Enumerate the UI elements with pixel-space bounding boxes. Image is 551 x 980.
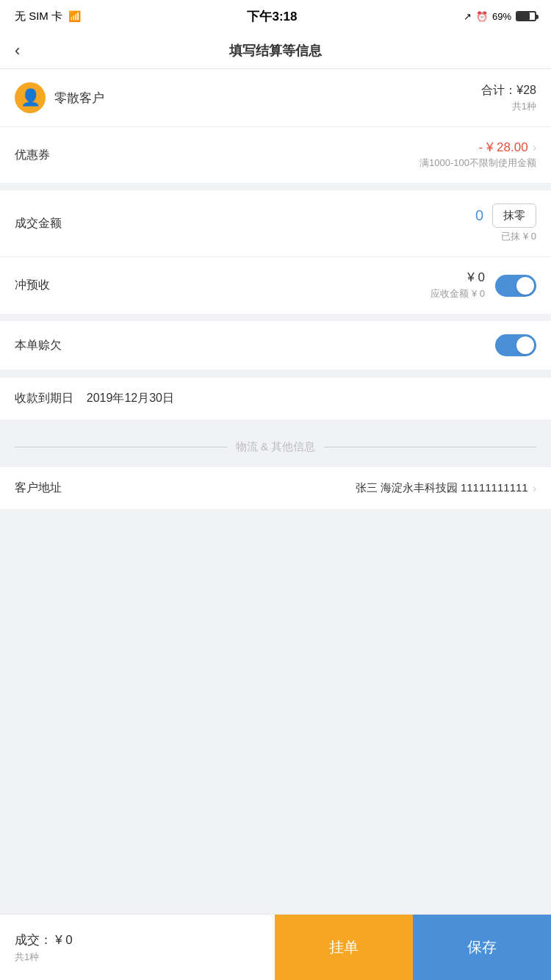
logistics-section: 物流 & 其他信息 bbox=[0, 427, 551, 467]
save-button[interactable]: 保存 bbox=[413, 915, 551, 980]
address-label: 客户地址 bbox=[15, 480, 62, 496]
prepay-receivable: 应收金额 ¥ 0 bbox=[431, 287, 485, 300]
bottom-bar: 成交： ¥ 0 共1种 挂单 保存 bbox=[0, 914, 551, 980]
hang-button[interactable]: 挂单 bbox=[275, 915, 413, 980]
due-date-row: 收款到期日 2019年12月30日 bbox=[0, 377, 551, 419]
chevron-right-icon: › bbox=[533, 141, 536, 154]
transaction-value: 0 bbox=[475, 207, 483, 224]
prepay-amount: ¥ 0 bbox=[431, 270, 485, 285]
debt-toggle[interactable] bbox=[495, 334, 536, 356]
prepay-row: 冲预收 ¥ 0 应收金额 ¥ 0 bbox=[0, 257, 551, 314]
total-amount: 合计：¥28 bbox=[481, 83, 536, 98]
bottom-deal: 成交： ¥ 0 bbox=[15, 932, 260, 948]
transaction-row: 成交金额 0 抹零 已抹 ¥ 0 bbox=[0, 190, 551, 257]
transaction-section: 成交金额 0 抹零 已抹 ¥ 0 冲预收 ¥ 0 应收金额 ¥ 0 bbox=[0, 190, 551, 314]
logistics-label: 物流 & 其他信息 bbox=[236, 440, 315, 454]
customer-right: 合计：¥28 共1种 bbox=[481, 83, 536, 113]
debt-section: 本单赊欠 bbox=[0, 321, 551, 370]
logistics-divider: 物流 & 其他信息 bbox=[15, 440, 536, 454]
total-count: 共1种 bbox=[481, 100, 536, 113]
due-date-label: 收款到期日 bbox=[15, 392, 73, 404]
battery-fill bbox=[517, 12, 530, 20]
alarm-icon: ⏰ bbox=[476, 11, 488, 22]
status-left: 无 SIM 卡 📶 bbox=[15, 10, 81, 24]
prepay-toggle[interactable] bbox=[495, 275, 536, 297]
debt-label: 本单赊欠 bbox=[15, 338, 62, 353]
coupon-label: 优惠券 bbox=[15, 148, 50, 163]
round-zero-button[interactable]: 抹零 bbox=[492, 203, 536, 228]
page-title: 填写结算等信息 bbox=[229, 42, 322, 60]
battery-percent: 69% bbox=[492, 11, 511, 22]
customer-left: 👤 零散客户 bbox=[15, 82, 104, 113]
status-time: 下午3:18 bbox=[247, 8, 297, 25]
prepay-label: 冲预收 bbox=[15, 278, 50, 293]
coupon-right-block: - ¥ 28.00 › 满1000-100不限制使用金额 bbox=[419, 140, 536, 170]
transaction-right: 0 抹零 已抹 ¥ 0 bbox=[475, 203, 536, 243]
coupon-discount: - ¥ 28.00 bbox=[479, 140, 528, 155]
bottom-count: 共1种 bbox=[15, 951, 260, 964]
battery-bar bbox=[516, 11, 536, 21]
prepay-amount-block: ¥ 0 应收金额 ¥ 0 bbox=[431, 270, 485, 300]
bottom-buttons: 挂单 保存 bbox=[275, 915, 551, 980]
address-right: 张三 海淀永丰科技园 11111111111 › bbox=[341, 481, 536, 495]
avatar: 👤 bbox=[15, 82, 46, 113]
address-value: 张三 海淀永丰科技园 11111111111 bbox=[356, 481, 528, 495]
customer-row: 👤 零散客户 合计：¥28 共1种 bbox=[0, 69, 551, 126]
coupon-row[interactable]: 优惠券 - ¥ 28.00 › 满1000-100不限制使用金额 bbox=[0, 126, 551, 183]
wifi-icon: 📶 bbox=[68, 10, 81, 22]
divider-right bbox=[324, 447, 536, 447]
deal-prefix: 成交： bbox=[15, 933, 52, 947]
bottom-info: 成交： ¥ 0 共1种 bbox=[0, 932, 275, 964]
address-section[interactable]: 客户地址 张三 海淀永丰科技园 11111111111 › bbox=[0, 467, 551, 509]
customer-section: 👤 零散客户 合计：¥28 共1种 优惠券 - ¥ 28.00 › 满1000-… bbox=[0, 69, 551, 183]
address-chevron-icon: › bbox=[533, 482, 536, 495]
due-date-section: 收款到期日 2019年12月30日 bbox=[0, 377, 551, 419]
due-date-value: 2019年12月30日 bbox=[87, 392, 174, 404]
empty-space bbox=[0, 509, 551, 641]
nav-bar: ‹ 填写结算等信息 bbox=[0, 32, 551, 69]
transaction-label: 成交金额 bbox=[15, 216, 62, 231]
status-right: ↗ ⏰ 69% bbox=[464, 11, 536, 22]
status-bar: 无 SIM 卡 📶 下午3:18 ↗ ⏰ 69% bbox=[0, 0, 551, 32]
prepay-right: ¥ 0 应收金额 ¥ 0 bbox=[431, 270, 536, 300]
deal-amount: ¥ 0 bbox=[55, 933, 73, 947]
carrier-text: 无 SIM 卡 bbox=[15, 10, 62, 24]
due-date-text: 收款到期日 2019年12月30日 bbox=[15, 392, 174, 404]
location-icon: ↗ bbox=[464, 11, 472, 22]
avatar-icon: 👤 bbox=[21, 88, 40, 107]
divider-left bbox=[15, 447, 227, 447]
transaction-sub: 已抹 ¥ 0 bbox=[475, 230, 536, 243]
back-button[interactable]: ‹ bbox=[15, 41, 20, 60]
coupon-desc: 满1000-100不限制使用金额 bbox=[419, 156, 536, 170]
customer-name: 零散客户 bbox=[54, 90, 104, 107]
content: 👤 零散客户 合计：¥28 共1种 优惠券 - ¥ 28.00 › 满1000-… bbox=[0, 69, 551, 707]
